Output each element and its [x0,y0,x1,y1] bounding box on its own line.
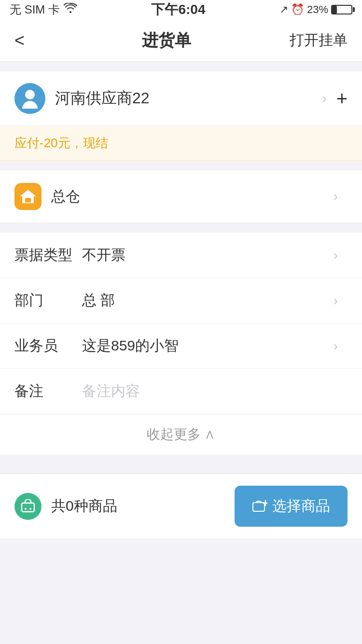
battery-icon [331,5,352,14]
gap-3 [0,223,362,233]
add-button[interactable]: + [336,88,348,110]
gap-2 [0,161,362,170]
status-right: ↗ ⏰ 23% [279,3,352,16]
select-product-icon [252,500,267,513]
avatar-body [22,101,38,109]
invoice-type-value: 不开票 [82,245,334,265]
cart-icon [20,499,36,514]
supplier-name: 河南供应商22 [55,88,322,109]
status-bar: 无 SIM 卡 下午6:04 ↗ ⏰ 23% [0,0,362,19]
chevron-right-icon: › [334,189,338,204]
remark-input[interactable]: 备注内容 [82,381,348,401]
notice-banner: 应付-20元，现结 [0,126,362,161]
carrier-label: 无 SIM 卡 [10,2,60,17]
remark-label: 备注 [14,381,82,401]
warehouse-row[interactable]: 总仓 › [0,170,362,223]
warehouse-icon [14,183,42,210]
product-count: 共0种商品 [51,496,235,516]
open-pending-button[interactable]: 打开挂单 [290,30,348,50]
chevron-right-icon: › [334,293,338,308]
bottom-bar: 共0种商品 选择商品 [0,474,362,538]
time-label: 下午6:04 [151,0,205,19]
collapse-label: 收起更多 ∧ [147,425,216,444]
house-icon [20,189,36,204]
department-row[interactable]: 部门 总 部 › [0,278,362,323]
select-product-label: 选择商品 [272,496,330,516]
avatar-person [21,90,39,107]
svg-point-3 [29,508,31,510]
form-section: 票据类型 不开票 › 部门 总 部 › 业务员 这是859的小智 › 备注 备注… [0,233,362,454]
department-value: 总 部 [82,291,334,310]
gap-4 [0,454,362,464]
notice-text: 应付-20元，现结 [14,136,108,150]
svg-rect-4 [253,503,265,511]
salesman-label: 业务员 [14,336,82,356]
salesman-row[interactable]: 业务员 这是859的小智 › [0,323,362,369]
collapse-button[interactable]: 收起更多 ∧ [0,414,362,454]
svg-rect-0 [25,198,31,203]
chevron-right-icon: › [334,338,338,354]
location-icon: ↗ [279,3,288,16]
avatar-head [25,90,35,99]
warehouse-name: 总仓 [51,187,334,207]
salesman-value: 这是859的小智 [82,336,334,356]
battery-percent: 23% [307,3,328,16]
wifi-icon [64,3,77,16]
product-icon [14,493,42,520]
supplier-section: 河南供应商22 › + 应付-20元，现结 [0,71,362,161]
svg-point-2 [25,508,27,510]
supplier-row[interactable]: 河南供应商22 › + [0,71,362,126]
nav-bar: < 进货单 打开挂单 [0,19,362,62]
avatar [14,83,45,114]
status-left: 无 SIM 卡 [10,2,77,17]
back-button[interactable]: < [14,30,43,51]
invoice-type-label: 票据类型 [14,245,82,265]
department-label: 部门 [14,291,82,310]
select-product-button[interactable]: 选择商品 [235,486,348,527]
remark-row[interactable]: 备注 备注内容 [0,369,362,414]
chevron-right-icon: › [334,248,338,263]
gap-1 [0,62,362,71]
alarm-icon: ⏰ [291,3,304,16]
chevron-right-icon: › [322,91,326,106]
invoice-type-row[interactable]: 票据类型 不开票 › [0,233,362,278]
svg-rect-1 [22,503,34,512]
page-title: 进货单 [142,29,191,52]
